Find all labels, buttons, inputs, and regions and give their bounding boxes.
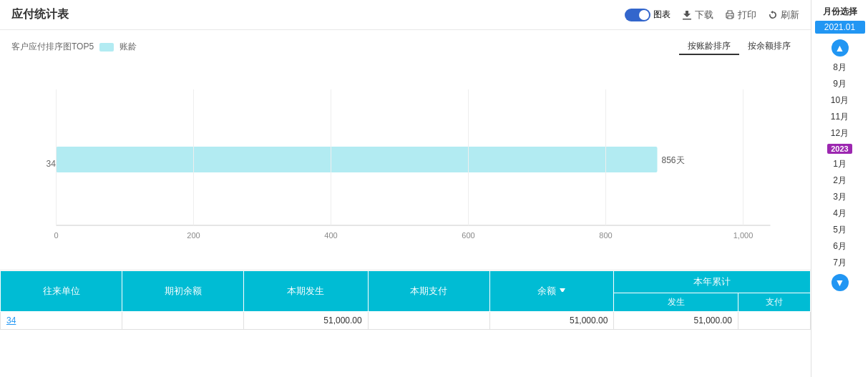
svg-rect-0 [683, 19, 691, 20]
print-icon [725, 10, 735, 20]
month-item-4[interactable]: 4月 [811, 205, 868, 222]
cell-opening [122, 312, 244, 330]
month-item-2[interactable]: 2月 [811, 172, 868, 189]
svg-text:856天: 856天 [662, 155, 685, 165]
download-icon [682, 10, 692, 20]
col-unit: 往来单位 [1, 271, 122, 312]
download-button[interactable]: 下载 [682, 9, 713, 21]
refresh-icon [768, 10, 778, 20]
scroll-up-button[interactable]: ▲ [832, 39, 849, 57]
svg-rect-5 [57, 147, 658, 172]
print-button[interactable]: 打印 [725, 9, 756, 21]
month-item-8[interactable]: 8月 [811, 59, 868, 76]
table-row: 34 51,000.00 51,000.00 51,000.00 [1, 312, 811, 330]
cell-occurrence: 51,000.00 [244, 312, 369, 330]
col-balance: 余额 [489, 271, 614, 312]
svg-text:400: 400 [324, 231, 337, 240]
svg-text:34: 34 [47, 159, 57, 169]
month-item-9[interactable]: 9月 [811, 76, 868, 92]
chart-body: 34 856天 0 200 400 600 800 1,000 [11, 61, 799, 261]
month-sidebar: 月份选择 2021.01 ▲ 8月 9月 10月 11月 12月 2023 1月… [811, 0, 868, 377]
cell-unit: 34 [1, 312, 122, 330]
month-item-11[interactable]: 11月 [811, 109, 868, 125]
data-table: 往来单位 期初余额 本期发生 本期支付 余额 本年累计 发生 支付 34 51,… [0, 270, 811, 377]
chart-legend: 客户应付排序图TOP5 账龄 [11, 41, 137, 53]
chart-toggle[interactable]: 图表 [625, 9, 670, 21]
toggle-label: 图表 [653, 9, 670, 21]
year-badge-2023: 2023 [827, 144, 852, 154]
month-item-12[interactable]: 12月 [811, 125, 868, 142]
month-item-10[interactable]: 10月 [811, 92, 868, 109]
sidebar-title: 月份选择 [823, 6, 857, 18]
month-item-5[interactable]: 5月 [811, 222, 868, 238]
legend-item-label: 账龄 [120, 41, 137, 53]
scroll-down-button[interactable]: ▼ [832, 274, 849, 291]
svg-marker-20 [560, 288, 565, 292]
svg-text:1,000: 1,000 [733, 231, 754, 240]
sort-tab-balance[interactable]: 按余额排序 [739, 39, 799, 55]
svg-text:200: 200 [187, 231, 200, 240]
unit-link[interactable]: 34 [6, 315, 16, 325]
svg-text:800: 800 [599, 231, 612, 240]
col-opening: 期初余额 [122, 271, 244, 312]
month-item-1[interactable]: 1月 [811, 156, 868, 172]
cell-ytd-pay [738, 312, 810, 330]
page-title: 应付统计表 [11, 7, 69, 22]
toggle-switch-icon[interactable] [625, 9, 650, 21]
svg-rect-3 [728, 16, 732, 19]
sort-tabs[interactable]: 按账龄排序 按余额排序 [679, 39, 799, 55]
svg-text:600: 600 [462, 231, 474, 240]
col-occurrence: 本期发生 [244, 271, 369, 312]
cell-balance: 51,000.00 [489, 312, 614, 330]
filter-icon [559, 287, 566, 294]
cell-payment [368, 312, 489, 330]
col-ytd-pay: 支付 [738, 293, 810, 312]
col-ytd: 本年累计 [614, 271, 811, 293]
cell-ytd-occ: 51,000.00 [614, 312, 738, 330]
svg-rect-2 [728, 11, 732, 14]
month-item-7[interactable]: 7月 [811, 255, 868, 271]
month-item-6[interactable]: 6月 [811, 238, 868, 255]
col-ytd-occ: 发生 [614, 293, 738, 312]
legend-label: 客户应付排序图TOP5 [11, 41, 94, 53]
legend-color-box [99, 43, 114, 52]
chart-area: 客户应付排序图TOP5 账龄 按账龄排序 按余额排序 34 856天 [0, 30, 811, 270]
svg-text:0: 0 [54, 231, 58, 240]
sidebar-selected-date[interactable]: 2021.01 [815, 21, 865, 34]
col-payment: 本期支付 [368, 271, 489, 312]
month-item-3[interactable]: 3月 [811, 189, 868, 205]
sort-tab-age[interactable]: 按账龄排序 [679, 39, 739, 55]
bar-chart-svg: 34 856天 0 200 400 600 800 1,000 [11, 61, 799, 261]
refresh-button[interactable]: 刷新 [768, 9, 799, 21]
